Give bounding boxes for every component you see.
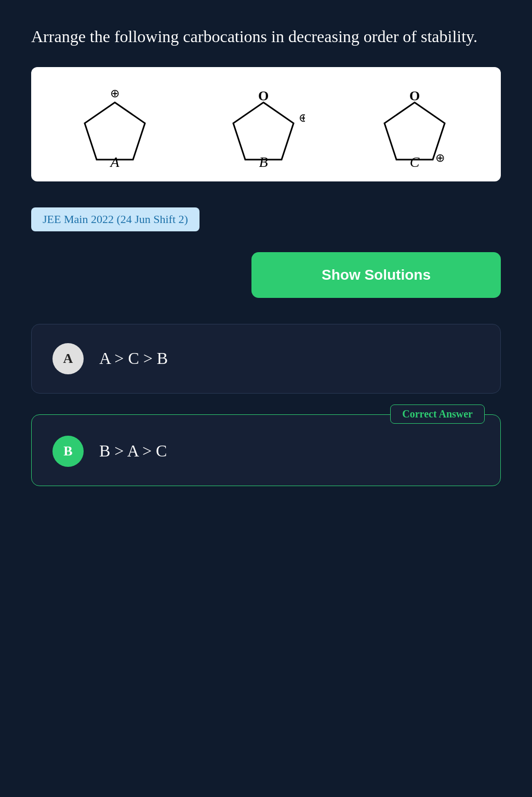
question-title: Arrange the following carbocations in de… (31, 25, 501, 48)
svg-text:B: B (259, 154, 268, 170)
svg-text:C: C (410, 154, 420, 170)
svg-text:A: A (109, 154, 119, 170)
svg-text:⊕: ⊕ (110, 87, 119, 100)
option-b-card[interactable]: Correct Answer B B > A > C (31, 414, 501, 486)
svg-text:⊕: ⊕ (435, 151, 445, 164)
molecule-diagram: ⊕ A O ⊕ B O ⊕ C (31, 67, 501, 181)
option-a-card[interactable]: A A > C > B (31, 324, 501, 394)
svg-text:⊕: ⊕ (299, 111, 305, 124)
molecule-c: O ⊕ C (373, 83, 456, 171)
svg-text:O: O (409, 88, 420, 103)
svg-text:O: O (258, 88, 269, 103)
option-b-text: B > A > C (99, 441, 167, 461)
molecule-a: ⊕ A (76, 83, 154, 171)
show-solutions-button[interactable]: Show Solutions (251, 252, 501, 298)
option-b-circle: B (52, 436, 84, 467)
option-a-circle: A (52, 343, 84, 374)
show-solutions-row: Show Solutions (31, 252, 501, 298)
svg-marker-0 (85, 102, 145, 160)
tag-row: JEE Main 2022 (24 Jun Shift 2) (31, 207, 501, 231)
correct-answer-badge: Correct Answer (390, 404, 485, 424)
option-a-text: A > C > B (99, 349, 168, 368)
svg-marker-3 (233, 102, 294, 160)
exam-tag: JEE Main 2022 (24 Jun Shift 2) (31, 207, 200, 231)
molecule-b: O ⊕ B (222, 83, 305, 171)
